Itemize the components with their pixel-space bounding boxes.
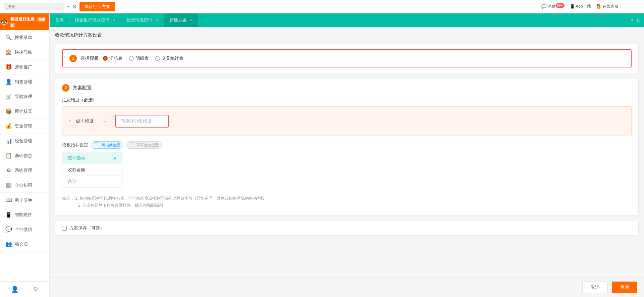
sidebar-item-member[interactable]: 👥 畅会员	[0, 237, 49, 252]
step1-section: 1 选择模板 汇总表 明细表	[55, 44, 639, 73]
dimension-area: 汇总维度（必选） * 纵向维度 → 请选择分组维度	[62, 97, 632, 136]
tab-collection-stat-close[interactable]: ×	[156, 18, 158, 22]
sidebar-item-inventory[interactable]: 📦 库存核算	[0, 104, 49, 119]
tips-section: 提示： 1. 拖动标题栏可以调整布局，不可跨维度或指标区域拖动栏目字段（只能在同…	[62, 196, 632, 208]
logo-icon: 🐯	[0, 18, 8, 26]
guide-icon: 📖	[5, 197, 12, 203]
non-draggable-badge: 不可拖动位置	[126, 141, 162, 149]
step2-label: 方案配置	[73, 85, 92, 91]
sidebar-item-quick-nav[interactable]: 🏠 快捷导航	[0, 45, 49, 60]
tab-home-label: 首页	[55, 17, 64, 23]
message-badge: 99+	[555, 3, 565, 8]
sidebar-item-finance[interactable]: 💰 资金管理	[0, 119, 49, 134]
save-label: 方案保存（可选）	[69, 225, 104, 231]
tab-bar-end: × □	[627, 13, 644, 27]
sidebar-item-label: 畅会员	[15, 241, 28, 247]
indicator-section: 模板指标设定 可拖动位置 不可拖动位置 统计指标 ∨	[62, 141, 632, 189]
radio-summary-label: 汇总表	[109, 55, 122, 61]
sidebar-item-smart-hw[interactable]: 📱 智能硬件	[0, 207, 49, 222]
message-label: 消息	[547, 4, 555, 9]
radio-summary-input[interactable]	[103, 56, 108, 61]
draggable-badge: 可拖动位置	[91, 141, 123, 149]
smart-hw-icon: 📱	[5, 211, 12, 218]
sidebar-item-label: 搜索菜单	[15, 35, 32, 41]
sidebar-item-basic-info[interactable]: 📋 基础信息	[0, 148, 49, 163]
tab-bank-flow-close[interactable]: ×	[113, 18, 115, 22]
sidebar-item-label: 智能硬件	[15, 212, 32, 218]
arrow-icon: →	[102, 118, 107, 124]
radio-detail[interactable]: 明细表	[129, 55, 149, 61]
query-button[interactable]: 查询	[612, 282, 637, 293]
step2-num: 2	[62, 84, 69, 92]
sidebar-bottom-icon1[interactable]: 👤	[11, 286, 18, 293]
search-input[interactable]	[4, 3, 64, 10]
sidebar-item-operation[interactable]: 📊 经营管理	[0, 134, 49, 148]
draggable-indicator	[94, 142, 99, 146]
gear-icon[interactable]: ⚙	[72, 3, 77, 10]
service-icon[interactable]: 💁 在线客服	[596, 4, 619, 9]
enterprise-wechat-icon: 💬	[5, 226, 12, 233]
indicator-dropdown-icon[interactable]: ∨	[113, 156, 117, 161]
download-label: App下载	[576, 4, 591, 9]
industry-button[interactable]: 体验行业方案	[79, 2, 115, 11]
sidebar: 🐯 畅捷通好生意 标准版 🔍 搜索菜单 🏠 快捷导航 🎁 营销推广 👤 销售管理	[0, 13, 50, 297]
window-max-icon[interactable]: □	[637, 18, 640, 23]
download-icon[interactable]: 📱 App下载	[570, 4, 591, 9]
sidebar-item-guide[interactable]: 📖 新手引导	[0, 193, 49, 207]
layout: 🐯 畅捷通好生意 标准版 🔍 搜索菜单 🏠 快捷导航 🎁 营销推广 👤 销售管理	[0, 13, 644, 297]
radio-cross[interactable]: 交叉统计表	[155, 55, 183, 61]
window-close-icon[interactable]: ×	[631, 18, 634, 23]
non-draggable-indicator	[129, 142, 134, 146]
sidebar-item-label: 经营管理	[15, 138, 32, 144]
indicator-header-label: 统计指标	[68, 155, 85, 161]
non-draggable-label: 不可拖动位置	[137, 143, 159, 147]
logo: 🐯 畅捷通好生意 标准版	[0, 13, 49, 30]
sidebar-item-label: 快捷导航	[15, 49, 32, 55]
indicator-table-header[interactable]: 统计指标 ∨	[62, 152, 122, 164]
chevron-down-icon[interactable]: ▾	[67, 4, 69, 9]
tab-bank-flow[interactable]: 现金银行流水查询 ×	[69, 13, 121, 27]
sidebar-item-sales[interactable]: 👤 销售管理	[0, 75, 49, 89]
tab-new-plan-close[interactable]: ×	[190, 18, 193, 22]
radio-summary[interactable]: 汇总表	[103, 55, 122, 61]
dimension-title: 汇总维度（必选）	[62, 97, 632, 103]
step2-section: 2 方案配置 汇总维度（必选） * 纵向维度 → 请选择分组维度	[55, 79, 639, 215]
purchase-icon: 🛒	[5, 93, 12, 100]
radio-cross-label: 交叉统计表	[162, 55, 183, 61]
tab-collection-stat-label: 收款情况统计	[126, 17, 153, 23]
radio-cross-input[interactable]	[155, 56, 160, 61]
sidebar-item-enterprise[interactable]: 🏢 企业协同	[0, 178, 49, 193]
dimension-placeholder: 请选择分组维度	[121, 118, 152, 124]
top-bar-left: ▾ ⚙ 体验行业方案	[4, 2, 115, 11]
sidebar-item-label: 新手引导	[15, 197, 32, 203]
tab-new-plan-label: 新建方案	[169, 17, 187, 23]
marketing-icon: 🎁	[5, 64, 12, 70]
tab-collection-stat[interactable]: 收款情况统计 ×	[121, 13, 164, 27]
sidebar-item-label: 库存核算	[15, 108, 32, 114]
sidebar-item-label: 基础信息	[15, 153, 32, 159]
sidebar-item-label: 营销推广	[15, 64, 32, 70]
logo-name: 畅捷通好生意	[10, 17, 35, 21]
dimension-select[interactable]: 请选择分组维度	[115, 115, 169, 128]
tab-new-plan[interactable]: 新建方案 ×	[164, 13, 198, 27]
sidebar-item-enterprise-wechat[interactable]: 💬 企业微信	[0, 222, 49, 237]
step1-label: 选择模板	[80, 55, 99, 61]
operation-icon: 📊	[5, 138, 12, 144]
save-checkbox[interactable]	[62, 226, 67, 231]
sidebar-item-search-menu[interactable]: 🔍 搜索菜单	[0, 30, 49, 45]
indicator-row-1-label: 合计	[68, 179, 76, 184]
sidebar-item-label: 销售管理	[15, 79, 32, 85]
page-title: 收款情况统计方案设置	[55, 32, 639, 38]
cancel-button[interactable]: 取消	[582, 282, 608, 293]
sidebar-item-marketing[interactable]: 🎁 营销推广	[0, 60, 49, 75]
step1-header: 1 选择模板	[69, 55, 99, 62]
sidebar-item-system[interactable]: ⚙ 系统管理	[0, 163, 49, 178]
message-icon[interactable]: 💬 消息 99+	[541, 4, 565, 9]
template-selection: 1 选择模板 汇总表 明细表	[62, 49, 632, 67]
sidebar-item-label: 企业微信	[15, 227, 32, 233]
sidebar-bottom-icon2[interactable]: ⚙	[33, 286, 38, 293]
tab-home[interactable]: 首页	[50, 13, 69, 27]
radio-detail-input[interactable]	[129, 56, 134, 61]
dimension-box: * 纵向维度 → 请选择分组维度	[62, 106, 632, 136]
sidebar-item-purchase[interactable]: 🛒 采购管理	[0, 89, 49, 104]
